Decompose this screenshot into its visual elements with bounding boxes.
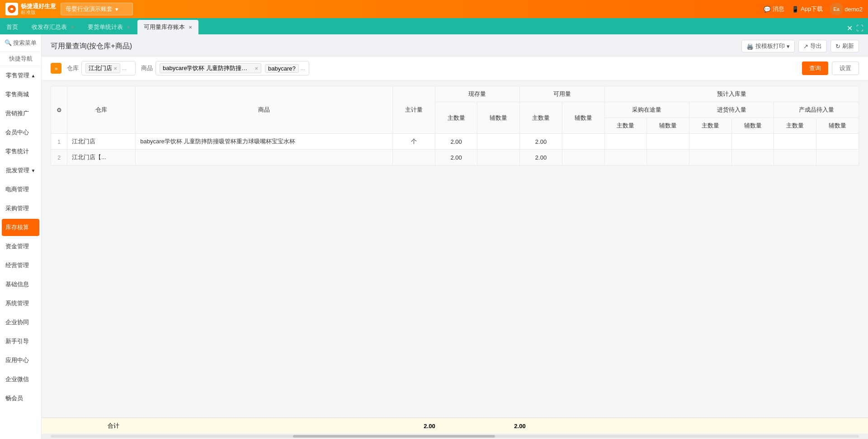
scroll-bar-area[interactable] (42, 434, 868, 439)
th-main-unit: 主计量 (393, 86, 435, 134)
product-filter-input[interactable]: babycare学饮杯 儿童防摔防撞吸管杯重力球吸嘴杯宝宝水杯 ✕ babyca… (156, 61, 309, 76)
export-icon: ↗ (803, 43, 808, 50)
product-more: ... (301, 65, 305, 71)
sidebar-item-wholesale-mgmt[interactable]: 批发管理 ▼ (2, 162, 39, 179)
sidebar-item-enterprise-wechat[interactable]: 企业微信 (2, 371, 39, 388)
app-download-button[interactable]: 📱 App下载 (792, 5, 823, 13)
top-bar: 畅捷通好生意 标准版 母婴行业演示账套 ▾ 💬 消息 📱 App下载 Ea de… (0, 0, 868, 18)
account-selector[interactable]: 母婴行业演示账套 ▾ (61, 3, 133, 15)
sidebar-item-retail-stats[interactable]: 零售统计 (2, 143, 39, 160)
sidebar-item-finance[interactable]: 资金管理 (2, 238, 39, 255)
page-header: 可用量查询(按仓库+商品) 🖨️ 按模板打印 ▾ ↗ 导出 ↻ 刷新 (42, 34, 868, 57)
download-icon: 📱 (792, 6, 799, 13)
sidebar-item-ecommerce[interactable]: 电商管理 (2, 181, 39, 198)
sidebar-section-enterprise-wechat: 企业微信 (0, 371, 41, 388)
sidebar-item-app-center[interactable]: 应用中心 (2, 352, 39, 369)
warehouse-tag-close[interactable]: ✕ (113, 66, 117, 71)
footer-current-main: 2.00 (407, 423, 452, 430)
sidebar-item-member2[interactable]: 畅会员 (2, 390, 39, 407)
sidebar-search[interactable]: 🔍 搜索菜单 (0, 34, 41, 52)
row-2-goods-main (689, 150, 732, 165)
warehouse-tag: 江北门店 ✕ (85, 63, 120, 73)
row-2-production-aux (816, 150, 859, 165)
home-tab-label: 首页 (6, 23, 18, 31)
warehouse-more: ... (122, 65, 127, 71)
message-button[interactable]: 💬 消息 (764, 5, 784, 13)
sidebar-item-retail-mall[interactable]: 零售商城 (2, 86, 39, 103)
row-1-goods-aux (731, 134, 774, 150)
sidebar-item-retail-mgmt[interactable]: 零售管理 ▲ (2, 67, 39, 84)
sidebar-section-purchase: 采购管理 (0, 200, 41, 217)
row-1-available-main: 2.00 (520, 134, 562, 150)
tab-receive[interactable]: 收发存汇总表 ✕ (25, 20, 80, 34)
close-window-icon[interactable]: ✕ (847, 24, 853, 33)
data-table: ⚙ 仓库 商品 主计量 现存量 可用量 预计入库量 主数量 辅数量 主数量 辅数… (51, 86, 859, 165)
row-2-available-aux (562, 150, 604, 165)
row-1-current-main: 2.00 (435, 134, 477, 150)
th-available-main: 主数量 (520, 102, 562, 134)
top-bar-left: 畅捷通好生意 标准版 母婴行业演示账套 ▾ (5, 3, 133, 16)
search-icon: 🔍 (5, 39, 12, 46)
product-tag-1-close[interactable]: ✕ (255, 66, 258, 71)
warehouse-filter-input[interactable]: 江北门店 ✕ ... (81, 61, 136, 76)
row-2-purchase-aux (647, 150, 689, 165)
main-layout: 🔍 搜索菜单 快捷导航 零售管理 ▲ 零售商城 营销推广 会员中心 (0, 34, 868, 439)
th-settings[interactable]: ⚙ (51, 86, 67, 134)
scroll-bar-track (51, 435, 859, 438)
sidebar-item-member[interactable]: 会员中心 (2, 124, 39, 141)
sidebar-section-marketing: 营销推广 (0, 105, 41, 122)
settings-button[interactable]: 设置 (832, 61, 859, 75)
th-purchase-main: 主数量 (604, 118, 647, 134)
sidebar-quick-nav[interactable]: 快捷导航 (0, 52, 41, 66)
row-2-current-main: 2.00 (435, 150, 477, 165)
sidebar-section-ecommerce: 电商管理 (0, 181, 41, 198)
th-current-main: 主数量 (435, 102, 477, 134)
content-page: 可用量查询(按仓库+商品) 🖨️ 按模板打印 ▾ ↗ 导出 ↻ 刷新 (42, 34, 868, 439)
row-2-main-unit (393, 150, 435, 165)
tab-available[interactable]: 可用量库存账本 ✕ (137, 20, 198, 34)
print-icon: 🖨️ (746, 43, 754, 50)
product-filter-label: 商品 (141, 64, 153, 72)
tab-requisition[interactable]: 要货单统计表 ✕ (81, 20, 137, 34)
sidebar-item-operations[interactable]: 经营管理 (2, 257, 39, 274)
sidebar-item-basic-info[interactable]: 基础信息 (2, 276, 39, 293)
sidebar: 🔍 搜索菜单 快捷导航 零售管理 ▲ 零售商城 营销推广 会员中心 (0, 34, 42, 439)
user-profile[interactable]: Ea demo2 (830, 3, 863, 15)
print-button[interactable]: 🖨️ 按模板打印 ▾ (741, 40, 795, 52)
sidebar-item-marketing[interactable]: 营销推广 (2, 105, 39, 122)
scroll-bar-thumb[interactable] (293, 435, 495, 438)
tab-available-close[interactable]: ✕ (189, 25, 192, 30)
row-1-product: babycare学饮杯 儿童防摔防撞吸管杯重力球吸嘴杯宝宝水杯 (136, 134, 393, 150)
table-footer: 合计 2.00 2.00 (42, 417, 868, 434)
refresh-button[interactable]: ↻ 刷新 (830, 40, 859, 52)
tab-home[interactable]: 首页 (0, 20, 24, 34)
sidebar-item-new-guide[interactable]: 新手引导 (2, 333, 39, 350)
th-current-stock-group: 现存量 (435, 86, 519, 102)
th-available-group: 可用量 (520, 86, 604, 102)
sidebar-item-purchase[interactable]: 采购管理 (2, 200, 39, 217)
sidebar-item-enterprise[interactable]: 企业协同 (2, 314, 39, 331)
filter-toggle-button[interactable]: » (51, 63, 61, 74)
logo-area: 畅捷通好生意 标准版 (5, 3, 56, 16)
tab-receive-close[interactable]: ✕ (71, 25, 74, 30)
tab-bar-right: ✕ ⛶ (847, 24, 868, 34)
row-1-available-aux (562, 134, 604, 150)
footer-available-main: 2.00 (497, 423, 542, 430)
th-purchase-aux: 辅数量 (647, 118, 689, 134)
row-2-goods-aux (731, 150, 774, 165)
product-tag-1: babycare学饮杯 儿童防摔防撞吸管杯重力球吸嘴杯宝宝水杯 ✕ (160, 63, 261, 73)
sidebar-item-system[interactable]: 系统管理 (2, 295, 39, 312)
sidebar-section-operations: 经营管理 (0, 257, 41, 274)
tab-requisition-close[interactable]: ✕ (127, 25, 130, 30)
sidebar-section-new-guide: 新手引导 (0, 333, 41, 350)
row-1-current-aux (477, 134, 520, 150)
receive-tab-label: 收发存汇总表 (32, 23, 67, 31)
maximize-icon[interactable]: ⛶ (856, 24, 863, 33)
query-button[interactable]: 查询 (802, 61, 828, 75)
sidebar-item-inventory[interactable]: 库存核算 (2, 219, 39, 236)
th-warehouse: 仓库 (67, 86, 136, 134)
arrow-down-icon: ▼ (31, 168, 36, 173)
table-container: ⚙ 仓库 商品 主计量 现存量 可用量 预计入库量 主数量 辅数量 主数量 辅数… (42, 80, 868, 417)
sidebar-section-app-center: 应用中心 (0, 352, 41, 369)
export-button[interactable]: ↗ 导出 (798, 40, 827, 52)
